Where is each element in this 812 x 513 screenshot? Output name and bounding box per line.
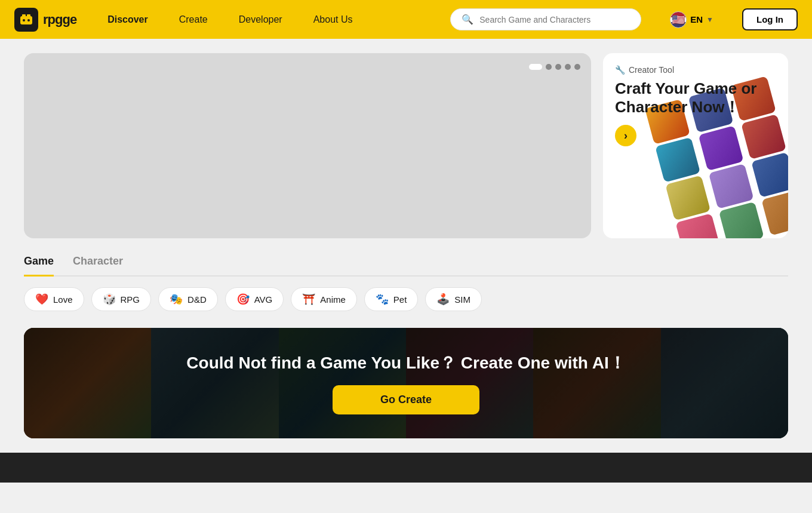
login-button[interactable]: Log In	[742, 8, 798, 30]
genre-chip-dnd[interactable]: 🎭 D&D	[158, 287, 218, 311]
genre-chip-love[interactable]: ❤️ Love	[24, 287, 84, 311]
creator-card: 🔧 Creator Tool Craft Your Game or Charac…	[603, 53, 788, 238]
language-selector[interactable]: 🇺🇸 EN ▼	[670, 11, 713, 28]
anime-icon: ⛩️	[302, 293, 315, 306]
genre-chip-avg[interactable]: 🎯 AVG	[225, 287, 284, 311]
rpg-icon: 🎲	[103, 293, 116, 306]
sim-icon: 🕹️	[436, 293, 450, 306]
tabs-row: Game Character	[24, 255, 788, 277]
hero-slider[interactable]	[24, 53, 591, 238]
mosaic-thumb-7	[665, 175, 710, 220]
mosaic-thumb-8	[708, 164, 753, 209]
wrench-icon: 🔧	[615, 65, 625, 75]
genre-chip-rpg[interactable]: 🎲 RPG	[91, 287, 152, 311]
svg-rect-0	[20, 16, 32, 24]
genre-chip-sim[interactable]: 🕹️ SIM	[425, 287, 482, 311]
svg-rect-1	[22, 14, 26, 17]
slider-dots	[529, 64, 580, 70]
svg-point-4	[27, 19, 30, 21]
dot-2[interactable]	[546, 64, 552, 70]
svg-rect-2	[27, 14, 30, 17]
search-bar[interactable]: 🔍	[450, 8, 641, 30]
tab-game[interactable]: Game	[24, 255, 54, 277]
nav-discover[interactable]: Discover	[103, 12, 153, 27]
svg-point-3	[23, 19, 25, 21]
main-content: 🔧 Creator Tool Craft Your Game or Charac…	[0, 39, 812, 453]
creator-card-title: Craft Your Game or Character Now！	[615, 79, 776, 116]
love-icon: ❤️	[35, 293, 48, 306]
genre-chips: ❤️ Love 🎲 RPG 🎭 D&D 🎯 AVG ⛩️ Anime 🐾 P	[24, 287, 788, 311]
go-create-button[interactable]: Go Create	[333, 385, 479, 414]
genre-chip-anime[interactable]: ⛩️ Anime	[291, 287, 357, 311]
promo-banner: Could Not find a Game You Like？ Create O…	[24, 328, 788, 438]
promo-overlay	[24, 328, 788, 438]
logo-icon	[14, 8, 38, 32]
search-input[interactable]	[479, 15, 630, 24]
pet-icon: 🐾	[376, 293, 389, 306]
mosaic-thumb-9	[752, 152, 788, 198]
genre-chip-pet[interactable]: 🐾 Pet	[364, 287, 419, 311]
creator-arrow-button[interactable]: ›	[615, 125, 636, 146]
creator-tool-label: 🔧 Creator Tool	[615, 65, 776, 75]
dot-4[interactable]	[565, 64, 571, 70]
chevron-down-icon: ▼	[706, 16, 713, 24]
creator-card-content: 🔧 Creator Tool Craft Your Game or Charac…	[603, 53, 788, 146]
navbar: rpgge Discover Create Developer About Us…	[0, 0, 812, 39]
dnd-icon: 🎭	[170, 293, 183, 306]
promo-headline: Could Not find a Game You Like？ Create O…	[186, 352, 625, 374]
hero-section: 🔧 Creator Tool Craft Your Game or Charac…	[24, 53, 788, 238]
search-icon: 🔍	[462, 14, 473, 25]
logo-text: rpgge	[43, 12, 76, 27]
nav-create[interactable]: Create	[174, 12, 213, 27]
dot-3[interactable]	[555, 64, 561, 70]
logo[interactable]: rpgge	[14, 8, 76, 32]
footer-bar	[0, 453, 812, 483]
nav-about[interactable]: About Us	[309, 12, 358, 27]
dot-1[interactable]	[529, 64, 542, 70]
avg-icon: 🎯	[236, 293, 250, 306]
nav-developer[interactable]: Developer	[234, 12, 287, 27]
tabs-section: Game Character ❤️ Love 🎲 RPG 🎭 D&D 🎯 AVG	[24, 255, 788, 311]
flag-icon: 🇺🇸	[670, 11, 687, 28]
lang-text: EN	[690, 14, 703, 24]
tab-character[interactable]: Character	[73, 255, 123, 277]
mosaic-thumb-12	[762, 190, 788, 235]
dot-5[interactable]	[574, 64, 580, 70]
mosaic-thumb-11	[718, 202, 764, 238]
